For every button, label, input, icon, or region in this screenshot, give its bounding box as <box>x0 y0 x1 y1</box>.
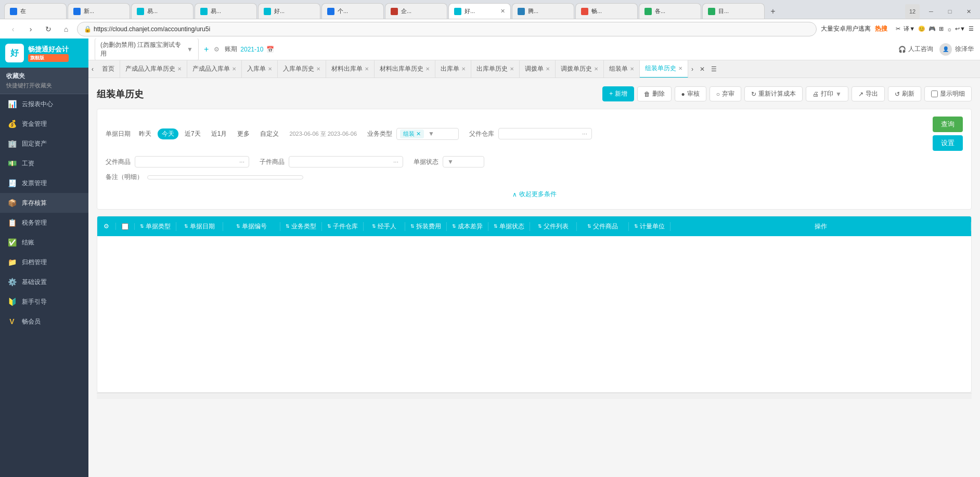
emoji-icon[interactable]: 😊 <box>918 25 925 32</box>
date-pill-custom[interactable]: 自定义 <box>256 128 283 139</box>
tab-mat-out-history[interactable]: 材料出库单历史 ✕ <box>375 60 435 78</box>
tab-out-order[interactable]: 出库单 ✕ <box>435 60 471 78</box>
review-button[interactable]: ● 审核 <box>675 86 706 101</box>
tab-prod-in[interactable]: 产成品入库单 ✕ <box>187 60 242 78</box>
tab-close-window[interactable]: ✕ <box>961 4 976 19</box>
sidebar-item-inventory[interactable]: 📦 库存核算 <box>0 193 88 213</box>
add-button[interactable]: + 新增 <box>602 86 634 101</box>
tab-out-order-close[interactable]: ✕ <box>461 66 466 72</box>
tab-home[interactable]: 首页 <box>97 60 120 78</box>
biz-type-input[interactable]: 组装 ✕ ▼ <box>396 128 459 140</box>
recalculate-button[interactable]: ↻ 重新计算成本 <box>744 86 803 101</box>
th-date[interactable]: ⇅ 单据日期 <box>176 222 223 231</box>
tabs-right-nav[interactable]: › <box>688 66 697 73</box>
th-warehouse[interactable]: ⇅ 子件仓库 <box>322 222 364 231</box>
translate-icon[interactable]: 译▼ <box>904 25 915 33</box>
undo-icon[interactable]: ↩▼ <box>955 25 965 32</box>
tab-mat-out[interactable]: 材料出库单 ✕ <box>326 60 375 78</box>
order-status-dropdown[interactable]: ▼ <box>443 156 484 167</box>
company-selector[interactable]: (勿删勿禁用) 江西服宝测试专用 ▼ <box>95 38 199 61</box>
biz-type-tag-close[interactable]: ✕ <box>416 131 421 137</box>
tab-close-8[interactable]: ✕ <box>500 8 505 15</box>
browser-tab-8[interactable]: 好... ✕ <box>448 3 511 19</box>
tab-out-history[interactable]: 出库单历史 ✕ <box>471 60 520 78</box>
browser-tab-2[interactable]: 新... <box>68 3 130 19</box>
refresh-button[interactable]: ↺ 刷新 <box>888 86 921 101</box>
collapse-button[interactable]: ∧ 收起更多条件 <box>106 187 963 202</box>
th-handler[interactable]: ⇅ 经手人 <box>364 222 405 231</box>
browser-tab-1[interactable]: 在 <box>4 3 67 19</box>
browser-tab-9[interactable]: 腾... <box>512 3 574 19</box>
tab-pack-history-close[interactable]: ✕ <box>678 66 682 71</box>
date-pill-7days[interactable]: 近7天 <box>180 128 205 139</box>
support-button[interactable]: 🎧 人工咨询 <box>898 45 933 54</box>
sidebar-item-guide[interactable]: 🔰 新手引导 <box>0 292 88 312</box>
sidebar-item-member[interactable]: V 畅会员 <box>0 312 88 331</box>
sidebar-item-invoice[interactable]: 🧾 发票管理 <box>0 173 88 193</box>
browser-tab-3[interactable]: 易... <box>131 3 194 19</box>
parent-warehouse-input[interactable]: ··· <box>498 128 592 139</box>
sidebar-item-settings[interactable]: ⚙️ 基础设置 <box>0 272 88 292</box>
sidebar-item-reports[interactable]: 📊 云报表中心 <box>0 94 88 114</box>
query-button[interactable]: 查询 <box>933 117 963 132</box>
address-input[interactable]: 🔒 https://cloud.chanjet.com/accounting/u… <box>77 22 817 36</box>
grid-icon[interactable]: ⊞ <box>939 25 944 32</box>
print-button[interactable]: 🖨 打印 ▼ <box>806 86 848 101</box>
child-goods-more[interactable]: ··· <box>393 158 398 165</box>
tab-in-order-close[interactable]: ✕ <box>268 66 272 72</box>
th-parent-list[interactable]: ⇅ 父件列表 <box>530 222 577 231</box>
tab-transfer[interactable]: 调拨单 ✕ <box>520 60 556 78</box>
tabs-close-all[interactable]: ✕ <box>697 66 708 73</box>
remark-input[interactable] <box>147 175 303 179</box>
tab-in-history[interactable]: 入库单历史 ✕ <box>278 60 326 78</box>
date-pill-1month[interactable]: 近1月 <box>207 128 231 139</box>
date-pill-more[interactable]: 更多 <box>233 128 254 139</box>
back-button[interactable]: ‹ <box>6 22 20 36</box>
horizontal-scrollbar[interactable] <box>97 393 972 399</box>
th-parent-goods[interactable]: ⇅ 父件商品 <box>577 222 629 231</box>
add-company-button[interactable]: + <box>204 45 209 54</box>
filter-settings-button[interactable]: 设置 <box>933 135 963 151</box>
app-logo[interactable]: 好 畅捷通好会计 旗舰版 <box>0 38 88 68</box>
browser-tab-7[interactable]: 企... <box>385 3 447 19</box>
browser-tab-10[interactable]: 畅... <box>575 3 638 19</box>
tab-prod-in-history-close[interactable]: ✕ <box>177 66 182 72</box>
period-selector[interactable]: 账期 2021-10 📅 <box>225 45 274 54</box>
tab-transfer-history[interactable]: 调拨单历史 ✕ <box>556 60 604 78</box>
th-checkbox[interactable] <box>116 223 135 230</box>
browser-tab-4[interactable]: 易... <box>195 3 257 19</box>
menu-icon[interactable]: ☰ <box>969 25 974 32</box>
tab-pack[interactable]: 组装单 ✕ <box>604 60 640 78</box>
abandon-button[interactable]: ○ 弃审 <box>710 86 741 101</box>
new-tab-button[interactable]: + <box>766 4 780 19</box>
tab-prod-in-close[interactable]: ✕ <box>232 66 236 72</box>
company-settings-icon[interactable]: ⚙ <box>214 46 220 53</box>
tab-transfer-history-close[interactable]: ✕ <box>594 66 598 72</box>
th-type[interactable]: ⇅ 单据类型 <box>135 222 176 231</box>
parent-goods-input[interactable]: ··· <box>135 156 249 167</box>
sidebar-item-tax[interactable]: 📋 税务管理 <box>0 213 88 233</box>
th-biztype[interactable]: ⇅ 业务类型 <box>280 222 322 231</box>
tab-minimize[interactable]: ─ <box>924 4 938 19</box>
select-all-checkbox[interactable] <box>122 223 128 230</box>
browser-tab-11[interactable]: 各... <box>639 3 701 19</box>
user-info[interactable]: 👤 徐泽华 <box>939 43 974 56</box>
sidebar-item-settle[interactable]: ✅ 结账 <box>0 233 88 252</box>
sidebar-item-salary[interactable]: 💵 工资 <box>0 153 88 173</box>
tab-pack-history[interactable]: 组装单历史 ✕ <box>640 60 688 78</box>
sidebar-item-archive[interactable]: 📁 归档管理 <box>0 252 88 272</box>
date-pill-today[interactable]: 今天 <box>158 128 178 139</box>
child-goods-input[interactable]: ··· <box>289 156 403 167</box>
browser-tab-5[interactable]: 好... <box>258 3 320 19</box>
tab-mat-out-close[interactable]: ✕ <box>365 66 369 72</box>
date-pill-yesterday[interactable]: 昨天 <box>135 128 156 139</box>
delete-button[interactable]: 🗑 删除 <box>637 86 672 101</box>
th-number[interactable]: ⇅ 单据编号 <box>223 222 280 231</box>
show-detail-input[interactable] <box>931 91 938 97</box>
sidebar-item-assets[interactable]: 🏢 固定资产 <box>0 134 88 153</box>
export-button[interactable]: ↗ 导出 <box>852 86 885 101</box>
th-unit[interactable]: ⇅ 计量单位 <box>629 222 670 231</box>
tab-prod-in-history[interactable]: 产成品入库单历史 ✕ <box>120 60 187 78</box>
th-gear[interactable]: ⚙ <box>97 223 116 230</box>
home-button[interactable]: ⌂ <box>59 22 73 36</box>
